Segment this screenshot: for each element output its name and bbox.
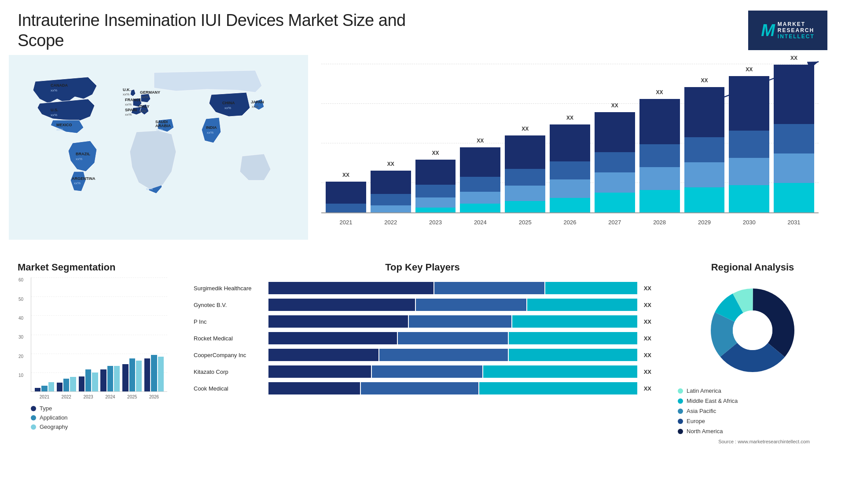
seg-bars-area: 2021 2022 2023 <box>31 278 167 392</box>
svg-text:xx%: xx% <box>56 128 63 131</box>
legend-geo-label: Geography <box>40 424 68 430</box>
legend-north-america: North America <box>678 428 827 435</box>
svg-text:xx%: xx% <box>207 131 213 135</box>
seg-grid-40 <box>31 315 167 316</box>
seg-grid-50 <box>31 296 167 297</box>
bar-2026: XX 2026 <box>550 124 590 212</box>
seg-bar-2022: 2022 <box>57 377 76 391</box>
player-name-rocket: Rocket Medical <box>194 335 264 342</box>
svg-text:ARGENTINA: ARGENTINA <box>72 176 96 181</box>
player-row-pinc: P Inc XX <box>194 315 651 328</box>
svg-text:FRANCE: FRANCE <box>125 98 142 102</box>
seg-bar-2023: 2023 <box>79 369 98 391</box>
bottom-row: Market Segmentation 60 50 40 30 20 10 <box>0 257 845 442</box>
legend-apac-dot <box>678 409 683 414</box>
seg-legend: Type Application Geography <box>31 405 167 430</box>
regional-legend: Latin America Middle East & Africa Asia … <box>678 387 827 435</box>
svg-text:xx%: xx% <box>224 106 231 110</box>
page-title: Intrauterine Insemination IUI Devices Ma… <box>18 11 414 51</box>
player-name-cooper: CooperCompany Inc <box>194 352 264 358</box>
seg-grid-30 <box>31 335 167 335</box>
svg-text:xx%: xx% <box>142 95 148 99</box>
svg-text:BRAZIL: BRAZIL <box>76 152 90 156</box>
player-bar-cook <box>268 382 637 394</box>
segmentation-section: Market Segmentation 60 50 40 30 20 10 <box>9 257 176 442</box>
logo-line3: INTELLECT <box>778 33 815 40</box>
player-value-kitazato: XX <box>644 369 651 375</box>
player-row-rocket: Rocket Medical XX <box>194 332 651 344</box>
legend-europe-dot <box>678 419 683 424</box>
legend-mea-label: Middle East & Africa <box>687 398 738 404</box>
segmentation-title: Market Segmentation <box>18 262 167 273</box>
legend-apac-label: Asia Pacific <box>687 408 716 414</box>
bar-2023: XX 2023 <box>415 160 456 212</box>
svg-text:xx%: xx% <box>51 88 57 92</box>
logo-container: M MARKET RESEARCH INTELLECT <box>748 11 827 50</box>
legend-latam-label: Latin America <box>687 387 721 394</box>
bar-2021: XX 2021 <box>326 182 366 212</box>
player-value-cooper: XX <box>644 352 651 358</box>
player-value-cook: XX <box>644 385 651 392</box>
player-bar-rocket <box>268 332 637 344</box>
player-name-surgimedik: Surgimedik Healthcare <box>194 285 264 292</box>
player-row-gynotec: Gynotec B.V. XX <box>194 299 651 311</box>
player-name-cook: Cook Medical <box>194 385 264 392</box>
regional-section: Regional Analysis <box>669 257 836 442</box>
players-title: Top Key Players <box>194 262 651 273</box>
legend-latam: Latin America <box>678 387 827 394</box>
donut-chart <box>700 278 805 383</box>
players-section: Top Key Players Surgimedik Healthcare XX… <box>185 257 660 442</box>
player-bar-cooper <box>268 349 637 361</box>
legend-application: Application <box>31 414 167 421</box>
trend-arrow <box>713 59 823 103</box>
svg-text:xx%: xx% <box>123 92 129 96</box>
player-value-surgimedik: XX <box>644 285 651 292</box>
svg-text:xx%: xx% <box>51 113 57 117</box>
player-row-cook: Cook Medical XX <box>194 382 651 394</box>
bar-2028: XX 2028 <box>639 99 680 212</box>
svg-text:xx%: xx% <box>76 157 82 161</box>
player-bar-kitazato <box>268 365 637 378</box>
logo-line2: RESEARCH <box>778 27 815 33</box>
legend-geo-dot <box>31 424 36 430</box>
player-row-cooper: CooperCompany Inc XX <box>194 349 651 361</box>
svg-text:SPAIN: SPAIN <box>125 108 137 112</box>
legend-type: Type <box>31 405 167 412</box>
legend-latam-dot <box>678 388 683 394</box>
seg-bar-2024: 2024 <box>100 366 120 391</box>
seg-type-bar <box>35 388 40 391</box>
legend-type-dot <box>31 406 36 411</box>
regional-title: Regional Analysis <box>678 262 827 273</box>
player-value-gynotec: XX <box>644 302 651 308</box>
seg-grid-20 <box>31 354 167 354</box>
player-bar-gynotec <box>268 299 637 311</box>
bar-2024: XX 2024 <box>460 147 500 212</box>
logo-line1: MARKET <box>778 21 815 27</box>
legend-mea: Middle East & Africa <box>678 398 827 404</box>
svg-text:INDIA: INDIA <box>206 125 217 130</box>
bar-2029: XX 2029 <box>684 87 725 212</box>
player-value-pinc: XX <box>644 318 651 325</box>
svg-text:MEXICO: MEXICO <box>56 123 72 127</box>
legend-europe-label: Europe <box>687 418 705 424</box>
player-name-gynotec: Gynotec B.V. <box>194 302 264 308</box>
player-value-rocket: XX <box>644 335 651 342</box>
seg-geo-bar <box>48 382 54 391</box>
svg-text:xx%: xx% <box>125 113 132 117</box>
player-name-pinc: P Inc <box>194 318 264 325</box>
svg-text:U.K.: U.K. <box>123 88 131 92</box>
svg-text:JAPAN: JAPAN <box>251 100 264 104</box>
players-list: Surgimedik Healthcare XX Gynotec B.V. XX <box>194 278 651 403</box>
map-container: CANADA xx% U.S. xx% MEXICO xx% BRAZIL xx… <box>9 55 308 257</box>
svg-text:GERMANY: GERMANY <box>140 90 160 95</box>
seg-y-axis: 60 50 40 30 20 10 <box>18 278 23 392</box>
legend-na-label: North America <box>687 428 723 435</box>
svg-text:xx%: xx% <box>252 105 258 109</box>
seg-grid-60 <box>31 278 167 278</box>
legend-mea-dot <box>678 398 683 404</box>
svg-text:CHINA: CHINA <box>222 101 235 105</box>
player-row-surgimedik: Surgimedik Healthcare XX <box>194 282 651 294</box>
legend-na-dot <box>678 429 683 434</box>
legend-geography: Geography <box>31 424 167 430</box>
bar-2027: XX 2027 <box>595 112 635 212</box>
